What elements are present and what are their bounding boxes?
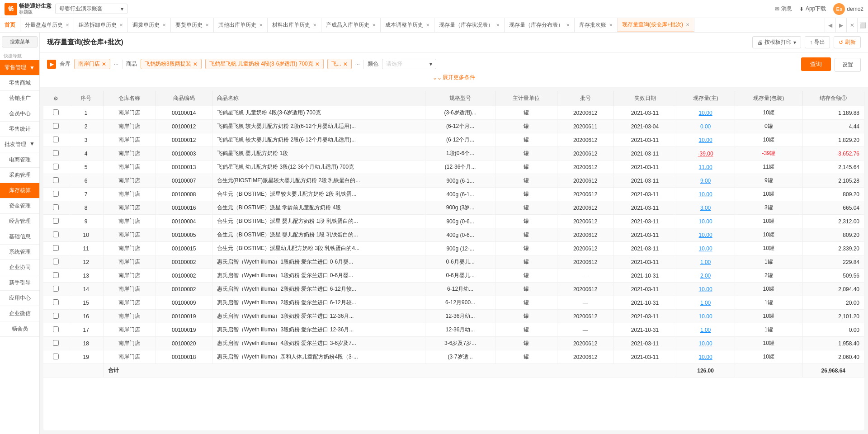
sidebar-item-marketing[interactable]: 营销推广 bbox=[0, 91, 39, 106]
row-stock-main[interactable]: 10.00 bbox=[676, 310, 735, 323]
row-checkbox[interactable] bbox=[43, 133, 69, 147]
tab-current-active[interactable]: 现存量查询(按仓库+批次) ✕ bbox=[618, 18, 694, 33]
settings-col-header[interactable]: ⚙ bbox=[43, 91, 69, 106]
tab-cost-adjust[interactable]: 成本调整单历史 ✕ bbox=[381, 18, 434, 33]
tab-transfer[interactable]: 调拨单历史 ✕ bbox=[128, 18, 171, 33]
row-stock-main[interactable]: 3.00 bbox=[676, 201, 735, 215]
tab-disassemble[interactable]: 组装拆卸单历史 ✕ bbox=[74, 18, 128, 33]
row-checkbox[interactable] bbox=[43, 242, 69, 255]
query-button[interactable]: 查询 bbox=[801, 57, 831, 71]
sidebar-item-member[interactable]: 会员中心 bbox=[0, 106, 39, 122]
row-checkbox[interactable] bbox=[43, 350, 69, 364]
settings-button[interactable]: 设置 bbox=[835, 58, 861, 72]
tab-stock-status[interactable]: 现存量（库存状况表） ✕ bbox=[434, 18, 505, 33]
tab-product-in[interactable]: 产成品入库单历史 ✕ bbox=[321, 18, 381, 33]
sidebar-item-enterprise-wechat[interactable]: 企业微信 bbox=[0, 306, 39, 321]
tab-batch-account[interactable]: 库存批次账 ✕ bbox=[575, 18, 618, 33]
sidebar-item-retail[interactable]: 零售管理 ▼ bbox=[0, 60, 39, 75]
row-stock-main[interactable]: 10.00 bbox=[676, 337, 735, 350]
close-icon[interactable]: ✕ bbox=[426, 23, 429, 28]
goods-filter-tag-2[interactable]: 飞鹤星飞帆 儿童奶粉 4段(3-6岁适用) 700克 ✕ bbox=[205, 59, 324, 69]
sidebar-item-system[interactable]: 系统管理 bbox=[0, 245, 39, 260]
close-icon[interactable]: ✕ bbox=[162, 23, 166, 28]
row-stock-main[interactable]: 10.00 bbox=[676, 350, 735, 364]
sidebar-item-finance[interactable]: 资金管理 bbox=[0, 198, 39, 214]
row-stock-main[interactable]: 10.00 bbox=[676, 228, 735, 242]
tab-split-stock[interactable]: 分量盘点单历史 ✕ bbox=[20, 18, 74, 33]
close-icon[interactable]: ✕ bbox=[315, 61, 320, 67]
tab-scroll-right[interactable]: ▶ bbox=[835, 18, 846, 33]
close-icon[interactable]: ✕ bbox=[372, 23, 376, 28]
sidebar-item-wholesale[interactable]: 批发管理 ▼ bbox=[0, 137, 39, 152]
tab-close-all[interactable]: ✕ bbox=[846, 18, 857, 33]
close-icon[interactable]: ✕ bbox=[66, 23, 69, 28]
row-checkbox[interactable] bbox=[43, 201, 69, 215]
refresh-button[interactable]: ↺ 刷新 bbox=[834, 36, 861, 48]
sidebar-item-basics[interactable]: 基础信息 bbox=[0, 229, 39, 245]
tab-maximize[interactable]: ⬜ bbox=[857, 18, 868, 33]
row-checkbox[interactable] bbox=[43, 120, 69, 133]
sidebar-item-member-card[interactable]: 畅会员 bbox=[0, 321, 39, 337]
tab-scroll-left[interactable]: ◀ bbox=[825, 18, 835, 33]
row-stock-main[interactable]: 10.00 bbox=[676, 106, 735, 120]
sidebar-item-inventory[interactable]: 库存核算 bbox=[0, 183, 39, 198]
row-stock-main[interactable]: 1.00 bbox=[676, 255, 735, 269]
goods-filter-tag-3[interactable]: 飞... ✕ bbox=[327, 59, 352, 69]
print-button[interactable]: 🖨 按模板打印 ▾ bbox=[752, 36, 801, 48]
sidebar-item-retail-shop[interactable]: 零售商城 bbox=[0, 75, 39, 91]
row-checkbox[interactable] bbox=[43, 160, 69, 174]
row-checkbox[interactable] bbox=[43, 269, 69, 283]
row-stock-main[interactable]: 11.00 bbox=[676, 160, 735, 174]
sidebar-item-ecommerce[interactable]: 电商管理 bbox=[0, 152, 39, 168]
row-checkbox[interactable] bbox=[43, 337, 69, 350]
row-stock-main[interactable]: 1.00 bbox=[676, 296, 735, 310]
tab-other-out[interactable]: 其他出库单历史 ✕ bbox=[214, 18, 268, 33]
warehouse-filter-tag[interactable]: 南岸门店 ✕ bbox=[74, 59, 110, 69]
sidebar-item-operations[interactable]: 经营管理 bbox=[0, 214, 39, 229]
tab-require[interactable]: 要货单历史 ✕ bbox=[171, 18, 214, 33]
row-stock-main[interactable]: 10.00 bbox=[676, 215, 735, 228]
row-stock-main[interactable]: 10.00 bbox=[676, 283, 735, 296]
row-stock-main[interactable]: 1.00 bbox=[676, 323, 735, 337]
close-icon[interactable]: ✕ bbox=[259, 23, 263, 28]
tab-home[interactable]: 首页 bbox=[0, 18, 20, 33]
close-icon[interactable]: ✕ bbox=[102, 61, 106, 67]
row-checkbox[interactable] bbox=[43, 215, 69, 228]
row-checkbox[interactable] bbox=[43, 296, 69, 310]
row-stock-main[interactable]: 0.00 bbox=[676, 120, 735, 133]
tab-stock-dist[interactable]: 现存量（库存分布表） ✕ bbox=[505, 18, 575, 33]
goods-ellipsis[interactable]: ··· bbox=[355, 61, 360, 67]
row-checkbox[interactable] bbox=[43, 188, 69, 201]
row-checkbox[interactable] bbox=[43, 228, 69, 242]
user-avatar[interactable]: Ea demo2 bbox=[833, 3, 863, 15]
close-icon[interactable]: ✕ bbox=[343, 61, 348, 67]
row-checkbox[interactable] bbox=[43, 255, 69, 269]
tab-material-out[interactable]: 材料出库单历史 ✕ bbox=[268, 18, 321, 33]
expand-conditions-button[interactable]: ⌄⌄ 展开更多条件 bbox=[47, 72, 861, 83]
color-dropdown[interactable]: 请选择 ▾ bbox=[382, 59, 436, 69]
row-checkbox[interactable] bbox=[43, 310, 69, 323]
row-stock-main[interactable]: 2.00 bbox=[676, 269, 735, 283]
row-checkbox[interactable] bbox=[43, 147, 69, 160]
row-stock-main[interactable]: 10.00 bbox=[676, 133, 735, 147]
close-icon[interactable]: ✕ bbox=[566, 23, 570, 28]
sidebar-item-new-guide[interactable]: 新手引导 bbox=[0, 275, 39, 291]
row-checkbox[interactable] bbox=[43, 323, 69, 337]
message-btn[interactable]: ✉ 消息 bbox=[775, 5, 792, 13]
row-checkbox[interactable] bbox=[43, 174, 69, 188]
sidebar-item-enterprise[interactable]: 企业协同 bbox=[0, 260, 39, 275]
close-icon[interactable]: ✕ bbox=[313, 23, 316, 28]
row-checkbox[interactable] bbox=[43, 106, 69, 120]
close-icon[interactable]: ✕ bbox=[193, 61, 198, 67]
close-icon[interactable]: ✕ bbox=[205, 23, 209, 28]
close-icon[interactable]: ✕ bbox=[609, 23, 613, 28]
row-stock-main[interactable]: 9.00 bbox=[676, 174, 735, 188]
warehouse-ellipsis[interactable]: ··· bbox=[114, 61, 118, 67]
app-download-btn[interactable]: ⬇ App下载 bbox=[799, 5, 826, 13]
search-menu-button[interactable]: 搜索菜单 bbox=[2, 36, 38, 47]
row-checkbox[interactable] bbox=[43, 283, 69, 296]
industry-selector[interactable]: 母婴行业演示账套 ▾ bbox=[55, 4, 127, 14]
row-stock-main[interactable]: 10.00 bbox=[676, 188, 735, 201]
row-stock-main[interactable]: 10.00 bbox=[676, 242, 735, 255]
sidebar-item-purchase[interactable]: 采购管理 bbox=[0, 168, 39, 183]
